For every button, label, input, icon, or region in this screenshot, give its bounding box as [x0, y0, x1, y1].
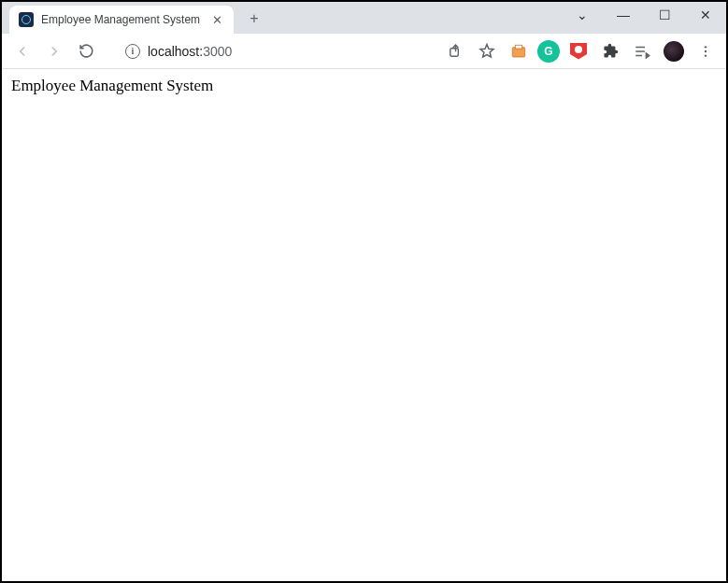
window-dropdown-icon[interactable]: ⌄: [562, 2, 603, 28]
svg-rect-0: [450, 49, 458, 57]
svg-point-5: [705, 54, 707, 56]
svg-rect-2: [515, 45, 522, 49]
share-icon[interactable]: [442, 38, 468, 64]
playlist-icon[interactable]: [629, 38, 655, 64]
browser-window: Employee Management System ✕ + ⌄ — ☐ ✕ i…: [2, 2, 726, 581]
profile-avatar[interactable]: [661, 38, 687, 64]
extensions-puzzle-icon[interactable]: [597, 38, 623, 64]
forward-button[interactable]: [41, 38, 67, 64]
svg-point-3: [705, 46, 707, 48]
tab-title: Employee Management System: [41, 13, 202, 26]
menu-kebab-icon[interactable]: [692, 38, 719, 64]
react-favicon: [19, 12, 34, 27]
new-tab-button[interactable]: +: [241, 6, 267, 32]
browser-toolbar: i localhost:3000 G: [2, 34, 726, 69]
extension-grammarly-icon[interactable]: G: [537, 40, 560, 63]
bookmark-star-icon[interactable]: [474, 38, 500, 64]
back-button[interactable]: [9, 38, 36, 64]
reload-button[interactable]: [73, 38, 99, 64]
close-tab-icon[interactable]: ✕: [209, 12, 224, 27]
extension-screenshot-icon[interactable]: [506, 38, 532, 64]
window-controls: ⌄ — ☐ ✕: [562, 2, 726, 28]
url-text: localhost:3000: [148, 44, 271, 59]
minimize-icon[interactable]: —: [603, 2, 644, 28]
page-heading: Employee Management System: [11, 77, 717, 95]
site-info-icon[interactable]: i: [125, 44, 140, 59]
svg-point-4: [705, 50, 707, 51]
address-bar[interactable]: i localhost:3000: [114, 38, 282, 64]
page-content: Employee Management System: [2, 69, 726, 581]
tab-strip: Employee Management System ✕ + ⌄ — ☐ ✕: [2, 2, 726, 34]
maximize-icon[interactable]: ☐: [644, 2, 685, 28]
close-window-icon[interactable]: ✕: [685, 2, 726, 28]
extension-ublock-icon[interactable]: [565, 38, 592, 64]
browser-tab[interactable]: Employee Management System ✕: [9, 6, 234, 34]
